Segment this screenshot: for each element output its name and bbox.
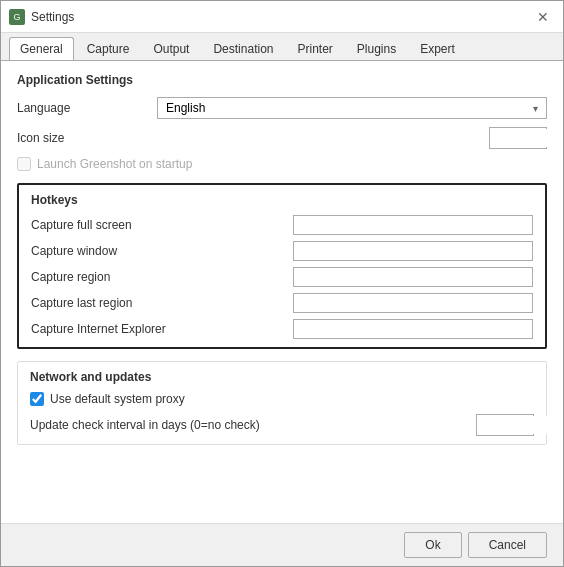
hotkey-row-3: Capture last region [31, 293, 533, 313]
app-settings-title: Application Settings [17, 73, 547, 87]
language-row: Language English ▾ [17, 97, 547, 119]
hotkey-input-3[interactable] [293, 293, 533, 313]
proxy-label: Use default system proxy [50, 392, 185, 406]
hotkey-label-4: Capture Internet Explorer [31, 322, 293, 336]
tab-capture[interactable]: Capture [76, 37, 141, 60]
tab-bar: General Capture Output Destination Print… [1, 33, 563, 61]
hotkey-row-2: Capture region [31, 267, 533, 287]
launch-checkbox[interactable] [17, 157, 31, 171]
title-bar: G Settings ✕ [1, 1, 563, 33]
launch-row: Launch Greenshot on startup [17, 157, 547, 171]
dropdown-arrow-icon: ▾ [533, 103, 538, 114]
network-section: Network and updates Use default system p… [17, 361, 547, 445]
hotkey-label-3: Capture last region [31, 296, 293, 310]
update-label: Update check interval in days (0=no chec… [30, 418, 476, 432]
icon-size-row: Icon size ▲ ▼ [17, 127, 547, 149]
hotkey-label-0: Capture full screen [31, 218, 293, 232]
hotkey-row-0: Capture full screen [31, 215, 533, 235]
language-value: English [166, 101, 205, 115]
app-icon: G [9, 9, 25, 25]
tab-output[interactable]: Output [142, 37, 200, 60]
hotkey-input-2[interactable] [293, 267, 533, 287]
footer: Ok Cancel [1, 523, 563, 566]
hotkeys-title: Hotkeys [31, 193, 533, 207]
hotkey-input-4[interactable] [293, 319, 533, 339]
tab-expert[interactable]: Expert [409, 37, 466, 60]
proxy-checkbox[interactable] [30, 392, 44, 406]
update-input[interactable] [477, 416, 563, 434]
tab-destination[interactable]: Destination [202, 37, 284, 60]
language-label: Language [17, 101, 157, 115]
hotkey-input-1[interactable] [293, 241, 533, 261]
tab-general[interactable]: General [9, 37, 74, 60]
hotkeys-section: Hotkeys Capture full screen Capture wind… [17, 183, 547, 349]
icon-size-input[interactable] [490, 129, 563, 147]
hotkey-row-1: Capture window [31, 241, 533, 261]
language-dropdown[interactable]: English ▾ [157, 97, 547, 119]
cancel-button[interactable]: Cancel [468, 532, 547, 558]
content-area: Application Settings Language English ▾ … [1, 61, 563, 523]
settings-window: G Settings ✕ General Capture Output Dest… [0, 0, 564, 567]
hotkey-label-2: Capture region [31, 270, 293, 284]
icon-size-label: Icon size [17, 131, 157, 145]
tab-plugins[interactable]: Plugins [346, 37, 407, 60]
network-title: Network and updates [30, 370, 534, 384]
update-row: Update check interval in days (0=no chec… [30, 414, 534, 436]
ok-button[interactable]: Ok [404, 532, 461, 558]
tab-printer[interactable]: Printer [286, 37, 343, 60]
proxy-row: Use default system proxy [30, 392, 534, 406]
hotkey-input-0[interactable] [293, 215, 533, 235]
launch-label: Launch Greenshot on startup [37, 157, 192, 171]
hotkey-row-4: Capture Internet Explorer [31, 319, 533, 339]
hotkey-label-1: Capture window [31, 244, 293, 258]
language-control: English ▾ [157, 97, 547, 119]
icon-size-spinner[interactable]: ▲ ▼ [489, 127, 547, 149]
close-button[interactable]: ✕ [531, 7, 555, 27]
update-spinner[interactable]: ▲ ▼ [476, 414, 534, 436]
window-title: Settings [31, 10, 531, 24]
